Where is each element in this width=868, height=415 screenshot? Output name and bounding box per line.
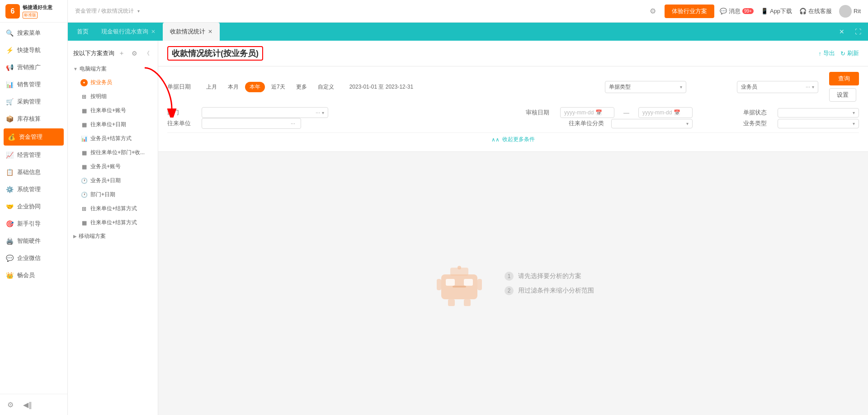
sidebar-item-system[interactable]: ⚙️ 系统管理: [0, 181, 67, 198]
scheme-item-label: 部门+日期: [90, 191, 115, 198]
breadcrumb: 资金管理 / 收款情况统计: [75, 7, 134, 15]
scheme-settings-icon[interactable]: ⚙: [129, 48, 140, 59]
sidebar-item-search[interactable]: 🔍 搜索菜单: [0, 24, 67, 42]
date-tab-last-month[interactable]: 上月: [202, 82, 222, 92]
online-service-label: 在线客服: [808, 7, 832, 15]
date-tab-custom[interactable]: 自定义: [313, 82, 339, 92]
dept-more-icon[interactable]: ···: [316, 109, 320, 116]
collapse-sidebar-icon[interactable]: ◀‖: [21, 398, 34, 411]
trial-button[interactable]: 体验行业方案: [665, 5, 714, 18]
scheme-item-salesman-date[interactable]: 🕐 业务员+日期: [68, 174, 158, 188]
tab-close-window-icon[interactable]: ✕: [835, 25, 848, 38]
sidebar-item-member[interactable]: 👑 畅会员: [0, 267, 67, 284]
query-button[interactable]: 查询: [829, 72, 859, 85]
scheme-panel: 按以下方案查询 ＋ ⚙ 《 ▼ 电脑端方案 ● 按业务员 ⊞ 按明细: [68, 41, 158, 415]
salesman-select[interactable]: 业务员 ··· ▾: [737, 81, 818, 93]
hardware-icon: 🖨️: [5, 237, 14, 245]
svg-rect-3: [453, 286, 466, 288]
counterparty-more-icon[interactable]: ···: [291, 120, 295, 127]
setting-button[interactable]: 设置: [829, 88, 856, 102]
sidebar-item-wechat[interactable]: 💬 企业微信: [0, 250, 67, 267]
counterparty-category-select[interactable]: ▾: [611, 119, 693, 128]
sidebar-item-finance[interactable]: 💰 资金管理: [4, 128, 64, 146]
scheme-item-dept-date[interactable]: 🕐 部门+日期: [68, 188, 158, 202]
scheme-item-by-detail[interactable]: ⊞ 按明细: [68, 90, 158, 104]
salesman-label: 业务员: [741, 83, 757, 91]
doc-type-select[interactable]: 单据类型 ▾: [605, 81, 686, 93]
dept-input[interactable]: ··· ▾: [202, 107, 328, 118]
tab-bank-flow-close-icon[interactable]: ✕: [151, 28, 156, 35]
sidebar-bottom: ⚙ ◀‖: [0, 394, 67, 415]
biz-type-select[interactable]: ▾: [778, 119, 859, 128]
settings-gear-icon[interactable]: ⚙: [646, 5, 659, 18]
refresh-button[interactable]: ↻ 刷新: [840, 49, 859, 57]
sidebar-item-label: 搜索菜单: [17, 29, 41, 37]
scheme-item-salesman-account[interactable]: ▦ 业务员+账号: [68, 160, 158, 174]
scheme-section-desktop-header[interactable]: ▼ 电脑端方案: [68, 62, 158, 75]
date-from: 2023-01-01: [349, 84, 377, 90]
user-area[interactable]: Rit: [839, 5, 861, 18]
date-tab-this-year[interactable]: 本年: [245, 82, 265, 92]
review-from-calendar-icon[interactable]: 📅: [595, 109, 602, 116]
sidebar: 6 畅捷通好生意 标准版 🔍 搜索菜单 ⚡ 快捷导航 📢 营销推广 📊 销售管理…: [0, 0, 68, 415]
step-2-text: 用过滤条件来缩小分析范围: [518, 287, 594, 295]
finance-icon: 💰: [7, 133, 15, 141]
sidebar-item-quicknav[interactable]: ⚡ 快捷导航: [0, 42, 67, 59]
sidebar-item-hardware[interactable]: 🖨️ 智能硬件: [0, 232, 67, 250]
online-service-group[interactable]: 🎧 在线客服: [799, 7, 832, 15]
scheme-item-by-salesman[interactable]: ● 按业务员: [68, 75, 158, 90]
tab-receipt-stats-close-icon[interactable]: ✕: [208, 28, 212, 35]
sidebar-item-sales[interactable]: 📊 销售管理: [0, 76, 67, 93]
sidebar-item-label: 经营管理: [17, 151, 41, 159]
date-tabs: 上月 本月 本年 近7天 更多 自定义: [202, 82, 339, 92]
review-date-from-input[interactable]: yyyy-mm-dd 📅: [560, 107, 614, 118]
sidebar-item-inventory[interactable]: 📦 库存核算: [0, 110, 67, 127]
scheme-clock-icon2: 🕐: [80, 191, 88, 198]
enterprise-icon: 🤝: [5, 203, 14, 211]
scheme-section-mobile: ▶ 移动端方案: [68, 230, 158, 243]
tab-bank-flow[interactable]: 现金银行流水查询 ✕: [94, 23, 163, 41]
scheme-add-icon[interactable]: ＋: [116, 48, 127, 59]
sidebar-item-beginner[interactable]: 🎯 新手引导: [0, 215, 67, 232]
export-button[interactable]: ↑ 导出: [819, 49, 835, 57]
phone-icon: 📱: [761, 8, 768, 14]
date-tab-more[interactable]: 更多: [292, 82, 311, 92]
doc-status-select[interactable]: ▾: [778, 108, 859, 118]
tab-home[interactable]: 首页: [71, 23, 94, 41]
collapse-button[interactable]: ∧∧ 收起更多条件: [167, 132, 859, 146]
settings-bottom-icon[interactable]: ⚙: [4, 398, 17, 411]
app-download-group[interactable]: 📱 App下载: [761, 7, 792, 15]
scheme-item-counterparty-date[interactable]: ▦ 往来单位+日期: [68, 118, 158, 132]
scheme-item-label: 业务员+日期: [90, 177, 121, 184]
message-icon: 💬: [720, 8, 727, 14]
beginner-icon: 🎯: [5, 220, 14, 228]
review-date-to-input[interactable]: yyyy-mm-dd 📅: [638, 107, 693, 118]
date-separator: —: [623, 109, 629, 116]
sidebar-item-enterprise[interactable]: 🤝 企业协同: [0, 198, 67, 215]
scheme-section-mobile-header[interactable]: ▶ 移动端方案: [68, 230, 158, 243]
sidebar-item-baseinfo[interactable]: 📋 基础信息: [0, 164, 67, 181]
review-to-calendar-icon[interactable]: 📅: [674, 109, 680, 116]
tab-maximize-icon[interactable]: ⛶: [852, 25, 864, 38]
sidebar-item-label: 畅会员: [17, 271, 35, 279]
scheme-item-counterparty-account[interactable]: ▦ 往来单位+账号: [68, 104, 158, 118]
salesman-more-icon[interactable]: ···: [806, 84, 810, 90]
sidebar-item-marketing[interactable]: 📢 营销推广: [0, 59, 67, 76]
tab-receipt-stats[interactable]: 收款情况统计 ✕: [163, 23, 220, 41]
counterparty-input[interactable]: ···: [202, 118, 301, 129]
logo-area: 6 畅捷通好生意 标准版: [0, 0, 67, 23]
date-tab-7days[interactable]: 近7天: [267, 82, 290, 92]
sidebar-item-operations[interactable]: 📈 经营管理: [0, 146, 67, 164]
scheme-collapse-icon[interactable]: 《: [142, 48, 152, 59]
salesman-arrow-icon: ▾: [812, 85, 814, 90]
messages-group[interactable]: 💬 消息 99+: [720, 7, 754, 15]
scheme-item-counterparty-settlement2[interactable]: ▦ 往来单位+结算方式: [68, 216, 158, 230]
system-icon: ⚙️: [5, 185, 14, 193]
scheme-item-counterparty-dept-recv[interactable]: ▦ 按往来单位+部门+收...: [68, 146, 158, 160]
sidebar-item-purchase[interactable]: 🛒 采购管理: [0, 93, 67, 110]
date-tab-this-month[interactable]: 本月: [223, 82, 243, 92]
scheme-item-salesman-settlement[interactable]: 📊 业务员+结算方式: [68, 132, 158, 146]
scheme-item-counterparty-settlement1[interactable]: ⊞ 往来单位+结算方式: [68, 202, 158, 216]
headset-icon: 🎧: [799, 8, 807, 14]
breadcrumb-dropdown-icon[interactable]: ▾: [137, 9, 140, 14]
